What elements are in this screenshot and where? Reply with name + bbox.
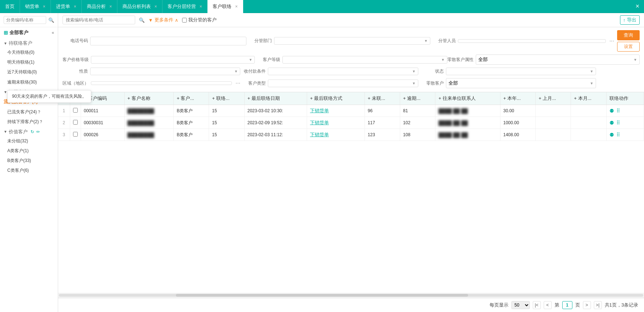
last-page-btn[interactable]: >| (594, 301, 602, 309)
tab-analysis-list-close[interactable]: × (154, 4, 157, 9)
sidebar-item-tomorrow[interactable]: 明天待联络(1) (0, 57, 58, 67)
payment-arrow-icon: ▼ (412, 69, 416, 73)
last-type-link[interactable]: 下销货单 (310, 120, 329, 125)
search-icon[interactable]: 🔍 (139, 17, 145, 23)
col-unit-contact-header[interactable]: + 往来单位联系人 (435, 92, 500, 105)
cell-last-type[interactable]: 下销货单 (307, 117, 365, 129)
tab-purchase-close[interactable]: × (74, 4, 76, 9)
value-refresh-icon[interactable]: ↻ (31, 129, 34, 134)
filter-cell-manager: 分管人员 ··· (430, 38, 614, 44)
sidebar-item-churned[interactable]: 已流失客户(24) ? (0, 107, 58, 117)
settings-btn[interactable]: 设置 (617, 42, 640, 52)
contact-link-icon[interactable]: ⚉ (609, 108, 614, 114)
next-page-btn[interactable]: > (583, 301, 591, 309)
query-btn[interactable]: 查询 (617, 30, 640, 40)
tab-home[interactable]: 首页 (0, 0, 20, 13)
sidebar-root[interactable]: ⊞ 全部客户 « (0, 27, 58, 38)
status-select[interactable]: ▼ (446, 68, 596, 75)
price-select[interactable]: ▼ (91, 56, 255, 64)
cell-checkbox[interactable] (70, 105, 81, 117)
page-number-input[interactable] (562, 301, 572, 309)
area-select[interactable] (91, 81, 232, 85)
col-last-type-header[interactable]: + 最后联络方式 (307, 92, 365, 105)
row-checkbox[interactable] (73, 120, 78, 125)
sidebar-item-today[interactable]: 今天待联络(0) (0, 48, 58, 57)
horizontal-scrollbar[interactable] (58, 293, 644, 298)
sidebar-item-overdue[interactable]: 逾期未联络(30) (0, 77, 58, 87)
more-action-icon[interactable]: ⠿ (616, 132, 620, 138)
tab-analysis-list[interactable]: 商品分析列表 × (117, 0, 162, 13)
phone-input[interactable] (90, 37, 246, 45)
value-edit-icon[interactable]: ✏ (36, 129, 40, 134)
last-type-link[interactable]: 下销货单 (310, 108, 329, 113)
col-no-contact-header[interactable]: + 未联... (365, 92, 400, 105)
sidebar-search-input[interactable] (4, 16, 46, 24)
col-this-year-header[interactable]: + 本年... (500, 92, 535, 105)
cell-overdue: 108 (400, 129, 435, 141)
manager-select[interactable] (458, 39, 606, 43)
more-action-icon[interactable]: ⠿ (616, 108, 620, 114)
prev-page-btn[interactable]: < (544, 301, 552, 309)
contact-link-icon[interactable]: ⚉ (609, 132, 614, 138)
scroll-thumb[interactable] (176, 294, 468, 297)
my-customers-checkbox[interactable] (182, 18, 187, 23)
col-last-month-header[interactable]: + 上月... (536, 92, 571, 105)
contact-link-icon[interactable]: ⚉ (609, 120, 614, 126)
table-row: 2 00030031 ████████ B类客户 15 2023-02-09 1… (58, 117, 644, 129)
per-page-select[interactable]: 50 100 200 (511, 301, 530, 309)
tab-analysis-close[interactable]: × (109, 4, 112, 9)
sidebar-item-declining[interactable]: 持续下滑客户(2) ? (0, 117, 58, 127)
col-name-header[interactable]: + 客户名称 (124, 92, 174, 105)
sidebar-item-7days[interactable]: 近7天待联络(0) (0, 67, 58, 77)
col-last-date-header[interactable]: + 最后联络日期 (244, 92, 307, 105)
col-contact-header[interactable]: + 联络... (209, 92, 244, 105)
zero-customer-select[interactable]: 全部 ▼ (446, 78, 596, 88)
more-conditions-btn[interactable]: ▼ 更多条件 ∧ (148, 17, 178, 23)
tab-analysis[interactable]: 商品分析 × (82, 0, 117, 13)
row-checkbox[interactable] (73, 132, 78, 137)
tab-customer-contact[interactable]: 客户联络 × (208, 0, 243, 13)
ctype-select[interactable]: ▼ (268, 80, 418, 87)
cell-last-type[interactable]: 下销货单 (307, 129, 365, 141)
sidebar-group-pending[interactable]: ▼ 待联络客户 (0, 38, 58, 48)
last-type-link[interactable]: 下销货单 (310, 132, 329, 137)
cell-last-type[interactable]: 下销货单 (307, 105, 365, 117)
sidebar-search-icon[interactable]: 🔍 (48, 17, 54, 23)
zero-customer-arrow-icon: ▼ (590, 81, 593, 85)
search-input[interactable] (63, 16, 135, 24)
tab-sales[interactable]: 销货单 × (20, 0, 51, 13)
window-close-btn[interactable]: × (631, 0, 644, 13)
cell-no-contact: 123 (365, 129, 400, 141)
area-more-icon[interactable]: ··· (236, 80, 240, 86)
cell-checkbox[interactable] (70, 117, 81, 129)
manager-more-icon[interactable]: ··· (609, 38, 614, 44)
sidebar-item-c-class[interactable]: C类客户(6) (0, 166, 58, 175)
zero-attr-select[interactable]: 全部 ▼ (476, 54, 640, 65)
filter-cell-dept: 分管部门 ▼ (246, 37, 430, 45)
tab-purchase[interactable]: 进货单 × (51, 0, 82, 13)
sidebar-item-a-class[interactable]: A类客户(1) (0, 146, 58, 156)
row-checkbox[interactable] (73, 108, 78, 113)
sidebar-item-b-class[interactable]: B类客户(33) (0, 156, 58, 166)
page-unit-label: 页 (575, 302, 580, 308)
col-overdue-header[interactable]: + 逾期... (400, 92, 435, 105)
tab-customer-tier-close[interactable]: × (200, 4, 202, 9)
tab-customer-contact-close[interactable]: × (235, 4, 238, 9)
more-action-icon[interactable]: ⠿ (616, 120, 620, 126)
level-select[interactable]: ▼ (282, 56, 447, 64)
cell-checkbox[interactable] (70, 129, 81, 141)
col-category-header[interactable]: + 客户... (174, 92, 209, 105)
tab-sales-close[interactable]: × (43, 4, 45, 9)
sidebar-item-ungroup[interactable]: 未分组(32) (0, 136, 58, 146)
sidebar-group-value[interactable]: ▼ 价值客户 ↻ ✏ (0, 127, 58, 136)
col-this-month-header[interactable]: + 本月... (571, 92, 606, 105)
cell-num: 2 (58, 117, 70, 129)
first-page-btn[interactable]: |< (533, 301, 541, 309)
my-customers-check[interactable]: 我分管的客户 (182, 17, 217, 23)
gender-select[interactable]: ▼ (90, 68, 240, 75)
dept-select[interactable]: ▼ (274, 37, 430, 45)
payment-select[interactable]: ▼ (268, 68, 418, 75)
sidebar-collapse-btn[interactable]: « (52, 30, 54, 35)
export-btn[interactable]: ↑ 导出 (620, 15, 640, 25)
tab-customer-tier[interactable]: 客户分层经营 × (162, 0, 208, 13)
